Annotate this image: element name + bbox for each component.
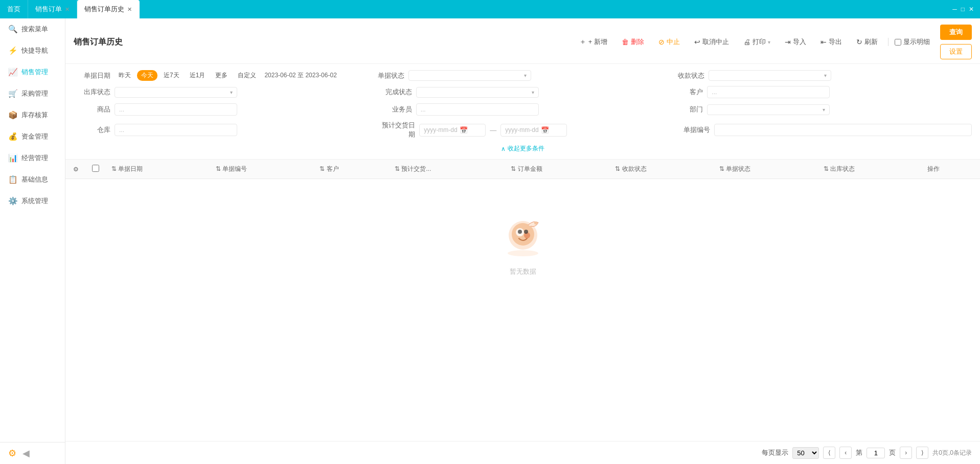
warehouse-select[interactable]: ... [115, 124, 237, 136]
page-label: 第 [856, 448, 862, 457]
goods-label: 商品 [74, 105, 115, 114]
sidebar-item-ops-mgmt[interactable]: 📊 经营管理 [0, 147, 65, 169]
import-button[interactable]: ⇥ 导入 [781, 35, 810, 49]
sidebar-settings-icon[interactable]: ⚙ [8, 448, 16, 459]
query-button[interactable]: 查询 [940, 25, 972, 40]
last-page-button[interactable]: ⟩ [916, 447, 928, 459]
top-bar: 首页 销售订单 ✕ 销售订单历史 ✕ ─ □ ✕ [0, 0, 980, 18]
dept-arrow: ▾ [823, 107, 825, 113]
window-minimize[interactable]: ─ [952, 6, 957, 13]
delete-button[interactable]: 🗑 删除 [618, 35, 648, 49]
collapse-button[interactable]: ∧ 收起更多条件 [74, 144, 972, 153]
window-close[interactable]: ✕ [969, 6, 974, 13]
delivery-status-select[interactable]: ▾ [115, 87, 237, 98]
delete-icon: 🗑 [622, 38, 629, 46]
ops-mgmt-icon: 📊 [8, 153, 17, 163]
sidebar-item-purchase-mgmt-label: 采购管理 [21, 89, 48, 98]
export-label: 导出 [829, 37, 842, 47]
date-pill-1month[interactable]: 近1月 [186, 70, 210, 81]
col-delivery-status-label: ⇅ 出库状态 [824, 165, 855, 172]
complete-status-select[interactable]: ▾ [416, 87, 539, 98]
delivery-date-from-placeholder: yyyy-mm-dd [424, 126, 457, 134]
export-button[interactable]: ⇤ 导出 [816, 35, 846, 49]
cancel-stop-button[interactable]: ↩ 取消中止 [690, 35, 733, 49]
print-icon: 🖨 [743, 38, 750, 46]
filter-row-2: 出库状态 ▾ 完成状态 ▾ 客户 ... [74, 86, 972, 98]
delivery-date-to-input[interactable]: yyyy-mm-dd 📅 [500, 124, 567, 137]
prev-page-button[interactable]: ‹ [839, 447, 852, 459]
date-label: 单据日期 [74, 71, 115, 80]
display-detail-checkbox[interactable]: 显示明细 [895, 37, 930, 47]
sidebar-item-capital-mgmt-label: 资金管理 [21, 132, 48, 141]
filter-row-1: 单据日期 昨天 今天 近7天 近1月 更多 自定义 2023-06-02 至 2… [74, 70, 972, 81]
print-arrow[interactable]: ▾ [768, 39, 770, 45]
col-amount-label: ⇅ 订单金额 [511, 165, 542, 172]
select-all-checkbox[interactable] [92, 165, 99, 172]
filter-row-3: 商品 ... 业务员 ... 部门 ▾ [74, 103, 972, 116]
collapse-label: 收起更多条件 [508, 144, 544, 153]
delivery-date-from-input[interactable]: yyyy-mm-dd 📅 [419, 124, 486, 137]
refresh-label: 刷新 [864, 37, 878, 47]
purchase-mgmt-icon: 🛒 [8, 89, 17, 98]
stop-label: 中止 [667, 37, 680, 47]
table-settings-icon[interactable]: ⚙ [73, 166, 79, 173]
per-page-label: 每页显示 [762, 448, 788, 457]
window-controls: ─ □ ✕ [952, 6, 980, 13]
sidebar-item-quick-nav[interactable]: ⚡ 快捷导航 [0, 40, 65, 61]
customer-select[interactable]: ... [707, 86, 830, 98]
col-operation: 操作 [921, 160, 980, 179]
date-pill-yesterday[interactable]: 昨天 [115, 70, 135, 81]
sidebar-item-system-mgmt[interactable]: ⚙️ 系统管理 [0, 190, 65, 212]
tab-sales-order-close[interactable]: ✕ [65, 6, 70, 13]
sidebar-item-purchase-mgmt[interactable]: 🛒 采购管理 [0, 83, 65, 104]
new-button[interactable]: ＋ + 新增 [575, 35, 611, 49]
date-pills: 昨天 今天 近7天 近1月 更多 自定义 2023-06-02 至 2023-0… [115, 70, 337, 81]
setting-button[interactable]: 设置 [940, 44, 972, 59]
date-filter-value: 昨天 今天 近7天 近1月 更多 自定义 2023-06-02 至 2023-0… [115, 70, 378, 81]
next-page-button[interactable]: › [900, 447, 912, 459]
order-number-input[interactable] [714, 124, 972, 136]
print-button[interactable]: 🖨 打印 ▾ [739, 35, 774, 49]
payment-status-select[interactable]: ▾ [709, 70, 831, 81]
col-delivery-date: ⇅ 预计交货... [389, 160, 505, 179]
tab-sales-order[interactable]: 销售订单 ✕ [28, 0, 77, 18]
last-page-icon: ⟩ [921, 449, 924, 456]
empty-state: 暂无数据 [65, 179, 980, 307]
order-status-select[interactable]: ▾ [408, 70, 531, 81]
first-page-button[interactable]: ⟨ [823, 447, 835, 459]
sidebar-item-capital-mgmt[interactable]: 💰 资金管理 [0, 126, 65, 147]
warehouse-label: 仓库 [74, 125, 115, 135]
refresh-button[interactable]: ↻ 刷新 [852, 35, 882, 49]
tab-sales-order-history-label: 销售订单历史 [84, 5, 124, 14]
window-maximize[interactable]: □ [961, 6, 965, 13]
svg-point-0 [508, 250, 538, 256]
capital-mgmt-icon: 💰 [8, 132, 17, 141]
page-number-input[interactable] [867, 448, 885, 458]
sidebar-item-inventory[interactable]: 📦 库存核算 [0, 104, 65, 126]
empty-icon [497, 210, 549, 261]
per-page-select[interactable]: 50 10 20 100 [792, 447, 819, 459]
warehouse-placeholder: ... [119, 126, 124, 134]
salesman-select[interactable]: ... [416, 103, 539, 116]
tab-sales-order-history-close[interactable]: ✕ [127, 6, 132, 13]
date-pill-7days[interactable]: 近7天 [159, 70, 184, 81]
order-status-arrow: ▾ [524, 73, 527, 78]
sidebar-item-search-menu[interactable]: 🔍 搜索菜单 [0, 18, 65, 40]
col-payment-status: ⇅ 收款状态 [609, 160, 713, 179]
dept-label: 部门 [687, 105, 707, 114]
date-pill-custom[interactable]: 自定义 [234, 70, 260, 81]
dept-select[interactable]: ▾ [707, 104, 830, 115]
sidebar-item-basic-info[interactable]: 📋 基础信息 [0, 169, 65, 190]
goods-select[interactable]: ... [115, 103, 237, 116]
delete-label: 删除 [631, 37, 644, 47]
tab-sales-order-history[interactable]: 销售订单历史 ✕ [77, 0, 140, 18]
display-detail-input[interactable] [895, 39, 901, 46]
stop-button[interactable]: ⊘ 中止 [654, 35, 684, 49]
date-pill-today[interactable]: 今天 [137, 70, 157, 81]
sidebar-collapse-icon[interactable]: ◀ [22, 448, 30, 459]
tab-home[interactable]: 首页 [0, 0, 28, 18]
col-operation-label: 操作 [927, 165, 940, 172]
sidebar-bottom: ⚙ ◀ [0, 442, 65, 464]
sidebar-item-sales-mgmt[interactable]: 📈 销售管理 [0, 61, 65, 83]
date-pill-more[interactable]: 更多 [211, 70, 232, 81]
